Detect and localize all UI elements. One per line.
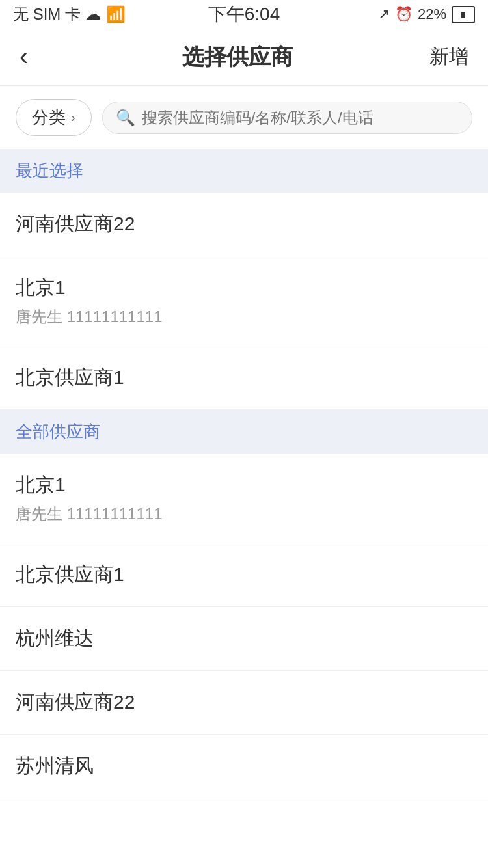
supplier-name: 杭州维达 [16,625,472,652]
back-icon: ‹ [20,42,28,70]
location-icon: ↗ [378,6,390,23]
list-item[interactable]: 苏州清风 [0,735,488,798]
status-left: 无 SIM 卡 ☁ 📶 [13,4,126,25]
category-filter-button[interactable]: 分类 › [16,99,92,136]
supplier-name: 北京1 [16,472,472,498]
list-item[interactable]: 北京1唐先生 11111111111 [0,454,488,543]
list-item[interactable]: 杭州维达 [0,607,488,671]
all-supplier-list: 北京1唐先生 11111111111北京供应商1杭州维达河南供应商22苏州清风 [0,454,488,798]
battery-icon [452,6,475,23]
all-section-label: 全部供应商 [16,422,100,441]
list-item[interactable]: 北京1唐先生 11111111111 [0,256,488,346]
supplier-name: 苏州清风 [16,753,472,780]
status-right: ↗ ⏰ 22% [378,6,475,23]
list-item[interactable]: 河南供应商22 [0,671,488,735]
search-box[interactable]: 🔍 [102,102,472,134]
back-button[interactable]: ‹ [20,43,59,71]
status-bar: 无 SIM 卡 ☁ 📶 下午6:04 ↗ ⏰ 22% [0,0,488,29]
supplier-name: 北京供应商1 [16,364,472,391]
status-time: 下午6:04 [208,2,280,27]
battery-percent: 22% [418,6,446,23]
category-label: 分类 [32,106,66,129]
supplier-name: 河南供应商22 [16,211,472,237]
list-item[interactable]: 北京供应商1 [0,543,488,607]
all-section-header: 全部供应商 [0,410,488,454]
supplier-name: 北京1 [16,275,472,301]
supplier-name: 河南供应商22 [16,689,472,716]
alarm-icon: ⏰ [395,6,413,23]
wifi-icon: 📶 [106,5,126,23]
recent-supplier-list: 河南供应商22北京1唐先生 11111111111北京供应商1 [0,193,488,410]
sim-status: 无 SIM 卡 ☁ [13,4,101,25]
search-icon: 🔍 [116,109,135,127]
supplier-name: 北京供应商1 [16,562,472,588]
page-title: 选择供应商 [59,42,416,72]
recent-section-header: 最近选择 [0,149,488,193]
list-item[interactable]: 河南供应商22 [0,193,488,256]
recent-section-label: 最近选择 [16,161,83,180]
nav-bar: ‹ 选择供应商 新增 [0,29,488,86]
add-button[interactable]: 新增 [416,44,468,70]
list-item[interactable]: 北京供应商1 [0,346,488,410]
supplier-contact: 唐先生 11111111111 [16,306,472,327]
filter-bar: 分类 › 🔍 [0,86,488,149]
chevron-right-icon: › [71,110,75,125]
search-input[interactable] [142,109,459,127]
supplier-contact: 唐先生 11111111111 [16,504,472,524]
